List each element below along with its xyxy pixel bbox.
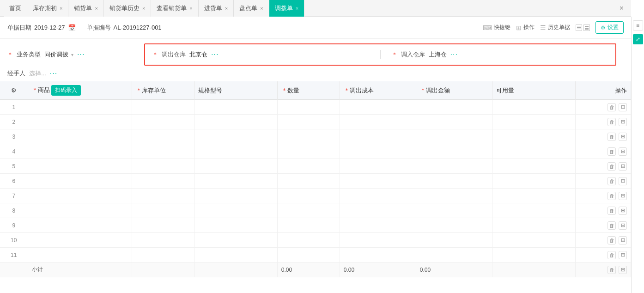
row-delete-7[interactable]: 🗑 — [608, 192, 616, 200]
row-amount-5[interactable] — [416, 159, 492, 174]
settings-button[interactable]: ⚙ 设置 — [595, 21, 624, 34]
row-amount-11[interactable] — [416, 248, 492, 262]
row-spec-4[interactable] — [194, 144, 277, 159]
row-spec-8[interactable] — [194, 203, 277, 218]
row-spec-9[interactable] — [194, 218, 277, 233]
row-copy-10[interactable]: ⊞ — [619, 236, 627, 244]
tab-sales-history[interactable]: 销货单历史 × — [104, 0, 151, 17]
row-copy-6[interactable]: ⊞ — [619, 177, 627, 185]
row-qty-7[interactable] — [277, 189, 340, 203]
row-amount-3[interactable] — [416, 129, 492, 144]
row-cost-1[interactable] — [340, 100, 416, 115]
row-product-10[interactable] — [28, 233, 132, 248]
tab-transfer-order-close[interactable]: × — [296, 6, 298, 11]
tab-sales-order[interactable]: 销货单 × — [68, 0, 103, 17]
tab-view-sales-close[interactable]: × — [189, 6, 192, 11]
row-delete-2[interactable]: 🗑 — [608, 118, 616, 126]
row-spec-11[interactable] — [194, 248, 277, 262]
row-delete-6[interactable]: 🗑 — [608, 177, 616, 185]
row-qty-4[interactable] — [277, 144, 340, 159]
row-delete-3[interactable]: 🗑 — [608, 133, 616, 141]
row-copy-5[interactable]: ⊞ — [619, 162, 627, 171]
row-available-3[interactable] — [492, 129, 575, 144]
row-available-8[interactable] — [492, 203, 575, 218]
row-cost-9[interactable] — [340, 218, 416, 233]
row-available-7[interactable] — [492, 189, 575, 203]
operations-button[interactable]: ⊞ 操作 — [516, 24, 535, 31]
calendar-icon[interactable]: 📅 — [68, 24, 76, 31]
row-amount-2[interactable] — [416, 115, 492, 129]
row-amount-9[interactable] — [416, 218, 492, 233]
col-header-gear[interactable]: ⚙ — [0, 81, 28, 100]
row-available-10[interactable] — [492, 233, 575, 248]
row-delete-10[interactable]: 🗑 — [608, 236, 616, 244]
row-available-6[interactable] — [492, 174, 575, 189]
row-unit-6[interactable] — [132, 174, 194, 189]
tab-transfer-order[interactable]: 调拨单 × — [269, 0, 304, 17]
row-copy-2[interactable]: ⊞ — [619, 118, 627, 126]
row-cost-8[interactable] — [340, 203, 416, 218]
row-unit-7[interactable] — [132, 189, 194, 203]
row-copy-11[interactable]: ⊞ — [619, 251, 627, 259]
row-cost-2[interactable] — [340, 115, 416, 129]
subtotal-copy[interactable]: ⊞ — [619, 266, 627, 274]
business-type-dots-button[interactable]: ··· — [77, 50, 85, 59]
tab-view-sales[interactable]: 查看销货单 × — [151, 0, 198, 17]
row-spec-6[interactable] — [194, 174, 277, 189]
tab-inventory-init[interactable]: 库存期初 × — [27, 0, 68, 17]
row-copy-9[interactable]: ⊞ — [619, 221, 627, 230]
row-qty-6[interactable] — [277, 174, 340, 189]
row-copy-4[interactable]: ⊞ — [619, 147, 627, 156]
row-product-3[interactable] — [28, 129, 132, 144]
row-available-2[interactable] — [492, 115, 575, 129]
row-delete-9[interactable]: 🗑 — [608, 221, 616, 230]
row-product-5[interactable] — [28, 159, 132, 174]
row-cost-6[interactable] — [340, 174, 416, 189]
row-amount-8[interactable] — [416, 203, 492, 218]
row-product-7[interactable] — [28, 189, 132, 203]
row-qty-2[interactable] — [277, 115, 340, 129]
sidebar-list-button[interactable]: ≡ — [633, 20, 643, 31]
tab-purchase-order-close[interactable]: × — [225, 6, 228, 11]
layout-grid-icon[interactable] — [583, 24, 590, 31]
row-available-5[interactable] — [492, 159, 575, 174]
business-type-select[interactable]: 同价调拨 ▾ — [44, 50, 73, 59]
row-cost-7[interactable] — [340, 189, 416, 203]
warehouse-out-dots-button[interactable]: ··· — [211, 50, 219, 59]
row-unit-5[interactable] — [132, 159, 194, 174]
row-delete-8[interactable]: 🗑 — [608, 207, 616, 215]
tab-inventory-check[interactable]: 盘点单 × — [234, 0, 269, 17]
row-qty-10[interactable] — [277, 233, 340, 248]
row-unit-4[interactable] — [132, 144, 194, 159]
row-unit-2[interactable] — [132, 115, 194, 129]
scan-button[interactable]: 扫码录入 — [51, 85, 81, 96]
row-delete-4[interactable]: 🗑 — [608, 147, 616, 156]
shortcuts-button[interactable]: ⌨ 快捷键 — [483, 24, 510, 31]
tab-purchase-order[interactable]: 进货单 × — [199, 0, 234, 17]
row-copy-8[interactable]: ⊞ — [619, 207, 627, 215]
row-product-4[interactable] — [28, 144, 132, 159]
tab-inventory-check-close[interactable]: × — [260, 6, 263, 11]
row-cost-3[interactable] — [340, 129, 416, 144]
row-available-9[interactable] — [492, 218, 575, 233]
row-available-11[interactable] — [492, 248, 575, 262]
history-button[interactable]: ☰ 历史单据 — [540, 24, 570, 31]
row-copy-3[interactable]: ⊞ — [619, 133, 627, 141]
tab-inventory-init-close[interactable]: × — [60, 6, 62, 11]
row-spec-5[interactable] — [194, 159, 277, 174]
row-qty-5[interactable] — [277, 159, 340, 174]
row-copy-1[interactable]: ⊞ — [619, 103, 627, 111]
row-amount-10[interactable] — [416, 233, 492, 248]
row-spec-1[interactable] — [194, 100, 277, 115]
row-qty-8[interactable] — [277, 203, 340, 218]
row-product-2[interactable] — [28, 115, 132, 129]
row-delete-1[interactable]: 🗑 — [608, 103, 616, 111]
row-cost-10[interactable] — [340, 233, 416, 248]
row-spec-3[interactable] — [194, 129, 277, 144]
row-cost-11[interactable] — [340, 248, 416, 262]
row-amount-7[interactable] — [416, 189, 492, 203]
row-unit-11[interactable] — [132, 248, 194, 262]
row-amount-4[interactable] — [416, 144, 492, 159]
subtotal-delete[interactable]: 🗑 — [608, 266, 616, 274]
row-cost-4[interactable] — [340, 144, 416, 159]
